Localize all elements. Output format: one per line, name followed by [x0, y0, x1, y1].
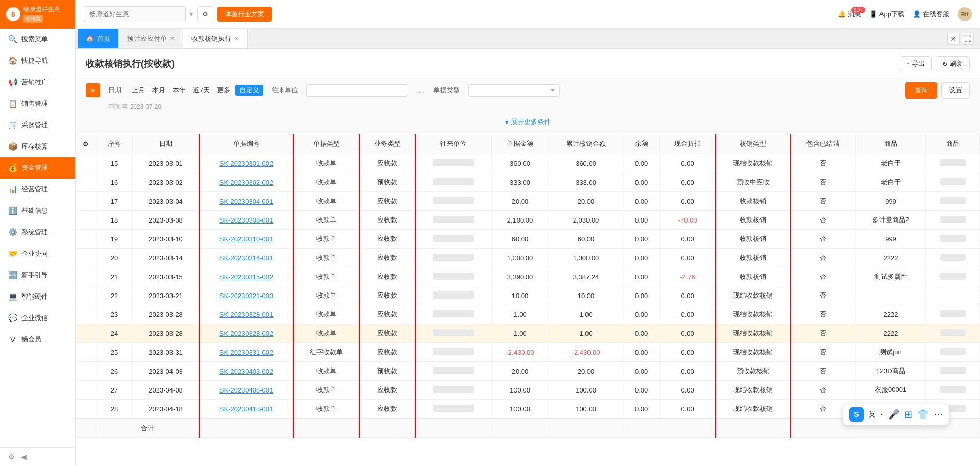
sidebar-item-system[interactable]: ⚙️ 系统管理 — [0, 222, 75, 243]
col-singleno-cell[interactable]: SK-20230301-002 — [199, 154, 294, 173]
col-balance-header[interactable]: 余额 — [623, 134, 660, 154]
single-no-link[interactable]: SK-20230304-001 — [219, 198, 274, 205]
sidebar-item-basic[interactable]: ℹ️ 基础信息 — [0, 200, 75, 222]
tab-collection[interactable]: 收款核销执行 ✕ — [183, 29, 248, 48]
table-row[interactable]: 23 2023-03-28 SK-20230328-001 收款单 应收款 1.… — [76, 305, 980, 324]
filter-toggle-btn[interactable]: » — [86, 83, 100, 97]
sidebar-item-guide[interactable]: 🆕 新手引导 — [0, 264, 75, 286]
sidebar-item-wecom[interactable]: 💬 企业微信 — [0, 307, 75, 329]
ime-mic-icon[interactable]: 🎤 — [888, 409, 899, 420]
col-singleno-cell[interactable]: SK-20230302-002 — [199, 173, 294, 192]
expand-more-btn[interactable]: ▾ 展开更多条件 — [86, 115, 970, 129]
date-btn-lastmonth[interactable]: 上月 — [130, 85, 147, 96]
col-singleno-cell[interactable]: SK-20230418-001 — [199, 400, 294, 419]
table-row[interactable]: 19 2023-03-10 SK-20230310-001 收款单 应收款 60… — [76, 230, 980, 249]
single-no-link[interactable]: SK-20230418-001 — [219, 405, 274, 413]
sidebar-settings-icon[interactable]: ⚙ — [8, 453, 15, 461]
table-row[interactable]: 16 2023-03-02 SK-20230302-002 收款单 预收款 33… — [76, 173, 980, 192]
sidebar-item-member[interactable]: V 畅会员 — [0, 329, 75, 350]
sidebar-collapse-icon[interactable]: ◀ — [21, 453, 27, 461]
sidebar-item-search[interactable]: 🔍 搜索菜单 — [0, 29, 75, 50]
col-goods2-header[interactable]: 商品 — [926, 134, 980, 154]
col-singleno-header[interactable]: 单据编号 — [199, 134, 294, 154]
col-incldone-header[interactable]: 包含已结清 — [791, 134, 856, 154]
sidebar-item-hardware[interactable]: 💻 智能硬件 — [0, 286, 75, 307]
table-row[interactable]: 24 2023-03-28 SK-20230328-002 收款单 应收款 1.… — [76, 324, 980, 343]
col-singletype-header[interactable]: 单据类型 — [293, 134, 359, 154]
partner-filter-input[interactable] — [306, 84, 408, 97]
col-singleno-cell[interactable]: SK-20230304-001 — [199, 192, 294, 211]
single-no-link[interactable]: SK-20230328-002 — [219, 330, 274, 337]
sidebar-item-corp[interactable]: 🤝 企业协同 — [0, 243, 75, 264]
single-no-link[interactable]: SK-20230315-002 — [219, 273, 274, 281]
col-cumcancel-header[interactable]: 累计核销金额 — [549, 134, 623, 154]
col-singleno-cell[interactable]: SK-20230408-001 — [199, 381, 294, 400]
tab-collection-close[interactable]: ✕ — [234, 35, 239, 42]
online-service-link[interactable]: 👤 在线客服 — [913, 10, 949, 19]
table-row[interactable]: 26 2023-04-03 SK-20230403-002 收款单 预收款 20… — [76, 362, 980, 381]
sidebar-item-operation[interactable]: 📊 经营管理 — [0, 179, 75, 200]
avatar[interactable]: Rit — [958, 7, 972, 21]
table-row[interactable]: 27 2023-04-08 SK-20230408-001 收款单 应收款 10… — [76, 381, 980, 400]
single-no-link[interactable]: SK-20230310-001 — [219, 235, 274, 243]
table-row[interactable]: 20 2023-03-14 SK-20230314-001 收款单 应收款 1,… — [76, 249, 980, 267]
col-cashdisc-header[interactable]: 现金折扣 — [660, 134, 716, 154]
topbar-search-input[interactable] — [84, 6, 186, 22]
vouchertype-filter-select[interactable] — [468, 84, 560, 97]
tab-pending[interactable]: 预计应应付单 ✕ — [119, 29, 183, 48]
settings-button[interactable]: 设置 — [941, 82, 970, 99]
col-goods-header[interactable]: 商品 — [855, 134, 925, 154]
date-btn-more[interactable]: 更多 — [215, 85, 232, 96]
sidebar-item-inventory[interactable]: 📦 库存核算 — [0, 136, 75, 157]
col-date-header[interactable]: 日期 — [133, 134, 199, 154]
col-partner-header[interactable]: 往来单位 — [415, 134, 492, 154]
date-btn-custom[interactable]: 自定义 — [235, 85, 263, 96]
sidebar-item-quicknav[interactable]: 🏠 快捷导航 — [0, 50, 75, 71]
table-row[interactable]: 18 2023-03-08 SK-20230308-001 收款单 应收款 2,… — [76, 211, 980, 230]
date-btn-7days[interactable]: 近7天 — [191, 85, 212, 96]
query-button[interactable]: 查询 — [905, 82, 937, 99]
tab-maximize-btn[interactable]: ⛶ — [962, 33, 974, 45]
sidebar-item-finance[interactable]: 💰 资金管理 — [0, 157, 75, 179]
sidebar-item-purchase[interactable]: 🛒 采购管理 — [0, 114, 75, 136]
ime-more-icon[interactable]: ⋯ — [934, 409, 943, 420]
date-btn-thismonth[interactable]: 本月 — [150, 85, 167, 96]
date-btn-thisyear[interactable]: 本年 — [170, 85, 188, 96]
col-settings-header[interactable]: ⚙ — [76, 134, 96, 154]
table-row[interactable]: 21 2023-03-15 SK-20230315-002 收款单 应收款 3,… — [76, 267, 980, 286]
topbar-message-btn[interactable]: 🔔 消息 99+ — [838, 10, 861, 19]
single-no-link[interactable]: SK-20230328-001 — [219, 311, 274, 318]
sidebar-item-sales[interactable]: 📋 销售管理 — [0, 93, 75, 114]
col-singleno-cell[interactable]: SK-20230328-001 — [199, 305, 294, 324]
solution-button[interactable]: 体验行业方案 — [217, 7, 272, 22]
single-no-link[interactable]: SK-20230314-001 — [219, 254, 274, 262]
table-row[interactable]: 22 2023-03-21 SK-20230321-003 收款单 应收款 10… — [76, 286, 980, 305]
tab-pending-close[interactable]: ✕ — [170, 35, 175, 42]
table-row[interactable]: 15 2023-03-01 SK-20230301-002 收款单 应收款 36… — [76, 154, 980, 173]
topbar-gear-icon[interactable]: ⚙ — [197, 6, 213, 22]
single-no-link[interactable]: SK-20230302-002 — [219, 179, 274, 186]
single-no-link[interactable]: SK-20230408-001 — [219, 386, 274, 394]
col-nuketype-header[interactable]: 核销类型 — [716, 134, 791, 154]
col-singleno-cell[interactable]: SK-20230331-002 — [199, 343, 294, 362]
single-no-link[interactable]: SK-20230308-001 — [219, 216, 274, 224]
col-singleno-cell[interactable]: SK-20230315-002 — [199, 267, 294, 286]
tab-home[interactable]: 🏠 首页 — [78, 29, 119, 48]
single-no-link[interactable]: SK-20230403-002 — [219, 367, 274, 375]
export-button[interactable]: ↑ 导出 — [900, 56, 932, 71]
ime-grid-icon[interactable]: ⊞ — [904, 409, 912, 420]
col-singleno-cell[interactable]: SK-20230328-002 — [199, 324, 294, 343]
tab-close-btn[interactable]: ✕ — [947, 33, 960, 45]
refresh-button[interactable]: ↻ 刷新 — [936, 56, 970, 71]
single-no-link[interactable]: SK-20230301-002 — [219, 160, 274, 167]
col-singleno-cell[interactable]: SK-20230314-001 — [199, 249, 294, 267]
table-row[interactable]: 25 2023-03-31 SK-20230331-002 红字收款单 应收款 … — [76, 343, 980, 362]
single-no-link[interactable]: SK-20230331-002 — [219, 349, 274, 356]
topbar-dropdown-arrow[interactable]: ▾ — [190, 11, 193, 18]
col-amount-header[interactable]: 单据金额 — [492, 134, 549, 154]
sidebar-item-marketing[interactable]: 📢 营销推广 — [0, 71, 75, 93]
col-singleno-cell[interactable]: SK-20230310-001 — [199, 230, 294, 249]
app-download-link[interactable]: 📱 App下载 — [869, 10, 904, 19]
col-singleno-cell[interactable]: SK-20230308-001 — [199, 211, 294, 230]
col-biztype-header[interactable]: 业务类型 — [359, 134, 415, 154]
